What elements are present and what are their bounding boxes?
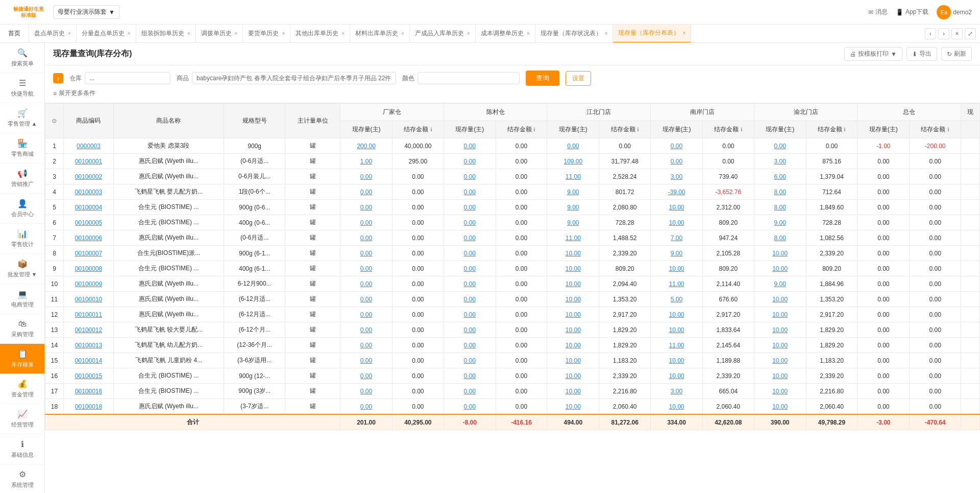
- table-cell[interactable]: 00100008: [64, 261, 114, 276]
- table-cell[interactable]: 10.00: [547, 368, 599, 384]
- tab-close-0[interactable]: ×: [68, 31, 71, 36]
- table-cell[interactable]: 10.00: [547, 338, 599, 353]
- table-cell[interactable]: 10.00: [754, 338, 806, 353]
- info-icon-cv[interactable]: ℹ: [533, 127, 535, 132]
- table-cell[interactable]: 10.00: [754, 307, 806, 322]
- warehouse-input[interactable]: [85, 72, 170, 84]
- table-cell[interactable]: 00100011: [64, 307, 114, 322]
- sidebar-item-members[interactable]: 👤 会员中心: [0, 194, 44, 224]
- table-cell[interactable]: 0000003: [64, 138, 114, 154]
- table-cell[interactable]: 8.00: [754, 184, 806, 200]
- print-button[interactable]: 🖨 按模板打印 ▼: [844, 47, 902, 61]
- industry-selector[interactable]: 母婴行业演示陈套 ▼: [53, 5, 119, 19]
- tab-close-7[interactable]: ×: [467, 31, 470, 36]
- app-download-action[interactable]: 📱 App下载: [896, 8, 928, 16]
- table-cell[interactable]: 00100006: [64, 230, 114, 246]
- setting-button[interactable]: 设置: [566, 71, 591, 86]
- query-button[interactable]: 查询: [526, 71, 559, 86]
- table-cell[interactable]: 9.00: [754, 276, 806, 292]
- table-cell[interactable]: 10.00: [651, 368, 703, 384]
- tab-close-9[interactable]: ×: [605, 31, 608, 36]
- nav-tab-10[interactable]: 现存量（库存分布表） ×: [613, 25, 691, 43]
- table-cell[interactable]: 00100004: [64, 200, 114, 215]
- table-cell[interactable]: 10.00: [547, 353, 599, 368]
- table-cell[interactable]: 10.00: [547, 246, 599, 261]
- sidebar-item-purchase[interactable]: 🛍 采购管理: [0, 314, 44, 344]
- tab-close-10[interactable]: ×: [682, 30, 685, 36]
- color-input[interactable]: [418, 72, 520, 84]
- table-cell[interactable]: 0.00: [340, 292, 393, 307]
- table-cell[interactable]: 10.00: [547, 322, 599, 338]
- sidebar-item-inventory[interactable]: 📋 库存核算: [0, 344, 44, 374]
- table-cell[interactable]: 00100009: [64, 276, 114, 292]
- table-cell[interactable]: 10.00: [651, 399, 703, 415]
- table-cell[interactable]: 10.00: [651, 200, 703, 215]
- table-cell[interactable]: 00100014: [64, 353, 114, 368]
- tab-close-6[interactable]: ×: [401, 31, 404, 36]
- table-cell[interactable]: 200.00: [340, 138, 393, 154]
- table-cell[interactable]: 0.00: [444, 230, 496, 246]
- table-cell[interactable]: 8.00: [754, 230, 806, 246]
- sidebar-item-retail-stats[interactable]: 📊 零售统计: [0, 224, 44, 254]
- table-cell[interactable]: 00100018: [64, 399, 114, 415]
- nav-next-btn[interactable]: ›: [938, 28, 949, 39]
- table-cell[interactable]: 3.00: [651, 384, 703, 399]
- nav-close-btn[interactable]: ×: [951, 28, 963, 39]
- table-cell[interactable]: 0.00: [340, 399, 393, 415]
- table-cell[interactable]: 0.00: [547, 138, 599, 154]
- table-cell[interactable]: 0.00: [340, 261, 393, 276]
- table-cell[interactable]: 10.00: [547, 261, 599, 276]
- table-cell[interactable]: 0.00: [444, 338, 496, 353]
- table-cell[interactable]: 0.00: [444, 261, 496, 276]
- tab-close-1[interactable]: ×: [128, 31, 131, 36]
- table-cell[interactable]: 0.00: [444, 169, 496, 184]
- table-cell[interactable]: 0.00: [340, 384, 393, 399]
- sidebar-item-operations[interactable]: 📈 经营管理: [0, 404, 44, 434]
- table-cell[interactable]: 5.00: [651, 292, 703, 307]
- info-icon-na[interactable]: ℹ: [741, 127, 743, 132]
- table-cell[interactable]: 0.00: [444, 184, 496, 200]
- table-cell[interactable]: 10.00: [754, 261, 806, 276]
- table-cell[interactable]: 00100001: [64, 154, 114, 169]
- nav-tab-3[interactable]: 调拨单历史 ×: [196, 25, 243, 43]
- info-icon-jb[interactable]: ℹ: [637, 127, 639, 132]
- table-cell[interactable]: 00100015: [64, 368, 114, 384]
- table-cell[interactable]: 109.00: [547, 154, 599, 169]
- table-cell[interactable]: 00100012: [64, 322, 114, 338]
- table-cell[interactable]: 10.00: [754, 353, 806, 368]
- nav-expand-btn[interactable]: ⤢: [965, 28, 976, 39]
- sidebar-item-marketing[interactable]: 📢 营销推广: [0, 163, 44, 194]
- table-cell[interactable]: 0.00: [444, 200, 496, 215]
- sidebar-item-search[interactable]: 🔍 搜索英单: [0, 43, 44, 73]
- sidebar-item-mall[interactable]: 🏪 零售商城: [0, 133, 44, 163]
- table-cell[interactable]: 1.00: [340, 154, 393, 169]
- table-cell[interactable]: 10.00: [754, 399, 806, 415]
- table-cell[interactable]: 00100005: [64, 215, 114, 230]
- info-icon-yb[interactable]: ℹ: [844, 127, 846, 132]
- tab-close-2[interactable]: ×: [187, 31, 190, 36]
- table-cell[interactable]: 0.00: [754, 138, 806, 154]
- table-cell[interactable]: 0.00: [444, 215, 496, 230]
- table-cell[interactable]: 8.00: [754, 200, 806, 215]
- table-cell[interactable]: 0.00: [444, 246, 496, 261]
- table-cell[interactable]: 10.00: [547, 292, 599, 307]
- table-cell[interactable]: 11.00: [547, 169, 599, 184]
- table-cell[interactable]: 10.00: [547, 384, 599, 399]
- table-cell[interactable]: 0.00: [444, 368, 496, 384]
- table-cell[interactable]: 0.00: [340, 368, 393, 384]
- info-icon-fc[interactable]: ℹ: [430, 127, 432, 132]
- nav-tab-9[interactable]: 现存量（库存状况表） ×: [535, 25, 614, 43]
- table-cell[interactable]: 3.00: [754, 154, 806, 169]
- refresh-button[interactable]: ↻ 刷新: [941, 47, 972, 61]
- table-cell[interactable]: 0.00: [444, 138, 496, 154]
- table-cell[interactable]: 9.00: [547, 184, 599, 200]
- tab-close-3[interactable]: ×: [235, 31, 238, 36]
- table-cell[interactable]: 0.00: [340, 230, 393, 246]
- table-cell[interactable]: 0.00: [444, 353, 496, 368]
- table-cell[interactable]: 00100013: [64, 338, 114, 353]
- table-cell[interactable]: 0.00: [444, 276, 496, 292]
- nav-tab-6[interactable]: 材料出库单历史 ×: [350, 25, 410, 43]
- table-cell[interactable]: 0.00: [651, 138, 703, 154]
- nav-tab-1[interactable]: 分量盘点单历史 ×: [77, 25, 136, 43]
- settings-gear-icon[interactable]: ⚙: [52, 118, 57, 125]
